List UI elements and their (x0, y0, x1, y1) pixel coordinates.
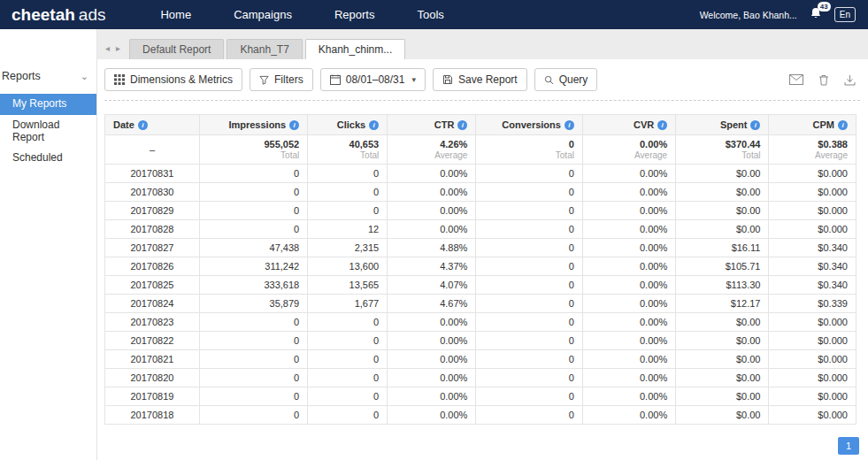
date-range-button[interactable]: 08/01–08/31 ▾ (320, 68, 426, 91)
metric-cell: 0 (308, 313, 388, 332)
metric-cell: $0.000 (769, 350, 856, 369)
metric-cell: 0.00% (582, 183, 675, 202)
metric-cell: 0 (199, 406, 307, 425)
metric-cell: 0 (199, 202, 307, 220)
notifications-button[interactable]: 43 (810, 7, 822, 23)
toolbar-right-icons (789, 74, 856, 86)
metric-cell: $0.000 (769, 313, 856, 332)
table-header-row: DateiImpressionsiClicksiCTRiConversionsi… (105, 115, 856, 135)
metric-cell: 0 (476, 313, 583, 332)
save-report-button[interactable]: Save Report (433, 68, 527, 91)
metric-cell: $0.000 (769, 406, 856, 425)
column-header-clicks[interactable]: Clicksi (308, 115, 388, 135)
metric-cell: 311,242 (199, 257, 307, 276)
metric-cell: 47,438 (199, 239, 307, 257)
metric-cell: $0.00 (676, 369, 769, 387)
funnel-icon (259, 75, 269, 85)
date-cell: – (105, 135, 200, 165)
metric-cell: $0.000 (769, 332, 856, 350)
app-logo[interactable]: cheetahads (12, 6, 105, 23)
language-button[interactable]: En (834, 7, 856, 22)
metric-cell: $0.00 (676, 202, 769, 220)
metric-cell: 0 (476, 257, 583, 276)
info-icon[interactable]: i (750, 120, 760, 130)
page-button-1[interactable]: 1 (838, 437, 859, 455)
column-header-date[interactable]: Datei (105, 115, 200, 135)
sidebar-section-reports[interactable]: Reports ⌄ (0, 66, 96, 86)
column-header-impressions[interactable]: Impressionsi (199, 115, 307, 135)
nav-item-tools[interactable]: Tools (417, 8, 443, 21)
sidebar-item-my-reports[interactable]: My Reports (0, 94, 96, 115)
metric-cell: 12 (308, 220, 388, 239)
info-icon[interactable]: i (457, 120, 467, 130)
tab-default-report[interactable]: Default Report (129, 39, 224, 59)
tab-scroll-left-icon[interactable]: ◂ (105, 43, 110, 53)
filters-button[interactable]: Filters (250, 68, 313, 91)
metric-cell: 0 (199, 350, 307, 369)
metric-cell: 0.00% (388, 220, 476, 239)
metric-cell: 0 (199, 369, 307, 387)
metric-cell: 0.00% (388, 406, 476, 425)
delete-report-button[interactable] (818, 74, 829, 86)
metric-cell: 0 (476, 220, 583, 239)
metric-cell: 0 (199, 165, 307, 183)
nav-item-home[interactable]: Home (160, 8, 191, 21)
page-layout: Reports ⌄ My Reports Download Report Sch… (0, 29, 868, 460)
table-row: 20170826311,24213,6004.37%00.00%$105.71$… (105, 257, 856, 276)
sidebar-section-label: Reports (2, 70, 41, 82)
metric-cell: $16.11 (676, 239, 769, 257)
download-report-button[interactable] (844, 74, 856, 86)
metric-cell: $105.71 (676, 257, 769, 276)
column-header-cpm[interactable]: CPMi (769, 115, 856, 135)
metric-cell: $0.000 (769, 165, 856, 183)
date-cell: 20170820 (105, 369, 200, 387)
info-icon[interactable]: i (838, 120, 848, 130)
table-row: 20170820000.00%00.00%$0.00$0.000 (105, 369, 856, 387)
info-icon[interactable]: i (369, 120, 379, 130)
tab-khanh-chinm[interactable]: Khanh_chinm... (305, 39, 405, 59)
welcome-text[interactable]: Welcome, Bao Khanh... (700, 10, 797, 20)
date-range-label: 08/01–08/31 (346, 73, 405, 86)
metric-cell: 35,879 (199, 295, 307, 313)
welcome-label: Welcome, (700, 10, 741, 20)
table-row: 20170821000.00%00.00%$0.00$0.000 (105, 350, 856, 369)
metric-cell: 0 (476, 295, 583, 313)
table-row: 20170822000.00%00.00%$0.00$0.000 (105, 332, 856, 350)
query-button[interactable]: Query (534, 68, 598, 91)
metric-cell: $0.00 (676, 387, 769, 406)
info-icon[interactable]: i (138, 120, 148, 130)
metric-cell: 13,600 (308, 257, 388, 276)
total-cell: $0.388Average (769, 135, 856, 165)
sidebar-item-scheduled[interactable]: Scheduled (0, 148, 96, 169)
info-icon[interactable]: i (657, 120, 667, 130)
dimensions-metrics-button[interactable]: Dimensions & Metrics (104, 68, 242, 91)
mail-report-button[interactable] (789, 74, 803, 85)
column-label: Conversions (502, 119, 561, 130)
metric-cell: 13,565 (308, 276, 388, 295)
total-cell: 955,052Total (199, 135, 307, 165)
nav-item-reports[interactable]: Reports (334, 8, 375, 21)
column-header-spent[interactable]: Spenti (676, 115, 769, 135)
table-total-row: –955,052Total40,653Total4.26%Average0Tot… (105, 135, 856, 165)
metric-cell: 0.00% (388, 332, 476, 350)
metric-cell: 4.37% (388, 257, 476, 276)
metric-cell: 0.00% (388, 183, 476, 202)
tab-khanh-t7[interactable]: Khanh_T7 (227, 39, 302, 59)
table-row: 2017082747,4382,3154.88%00.00%$16.11$0.3… (105, 239, 856, 257)
metric-cell: 0.00% (582, 220, 675, 239)
info-icon[interactable]: i (289, 120, 299, 130)
metric-cell: $113.30 (676, 276, 769, 295)
info-icon[interactable]: i (565, 120, 574, 130)
logo-text-light: ads (79, 5, 106, 24)
metric-cell: 0 (308, 332, 388, 350)
total-cell: 40,653Total (308, 135, 388, 165)
table-row: 20170819000.00%00.00%$0.00$0.000 (105, 387, 856, 406)
column-header-ctr[interactable]: CTRi (388, 115, 476, 135)
table-row: 20170829000.00%00.00%$0.00$0.000 (105, 202, 856, 220)
sidebar-item-download-report[interactable]: Download Report (0, 115, 96, 149)
column-header-conversions[interactable]: Conversionsi (476, 115, 583, 135)
column-header-cvr[interactable]: CVRi (582, 115, 675, 135)
metric-cell: $0.340 (769, 276, 856, 295)
tab-scroll-right-icon[interactable]: ▸ (116, 43, 120, 53)
nav-item-campaigns[interactable]: Campaigns (234, 8, 292, 21)
